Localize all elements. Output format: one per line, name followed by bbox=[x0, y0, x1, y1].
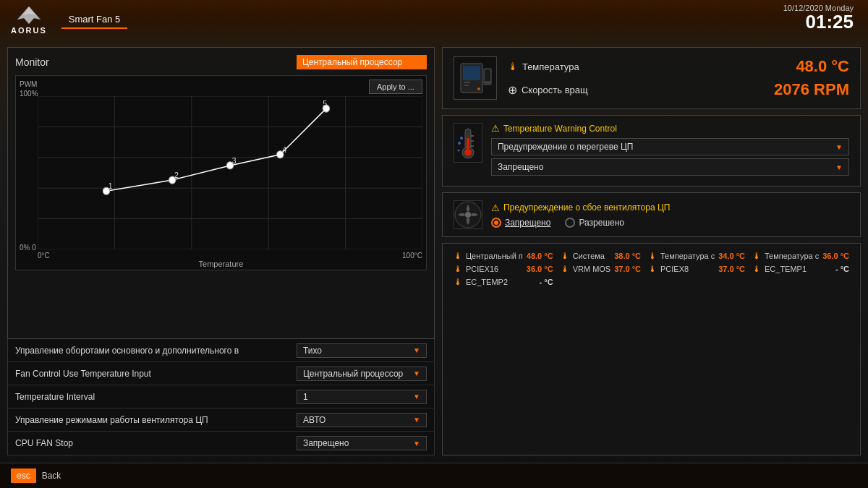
temp-value-5: 37.0 °C bbox=[614, 265, 641, 273]
logo-text: AORUS bbox=[11, 26, 47, 35]
fan-curve-chart[interactable]: PWM100% Apply to ... 0% 0 bbox=[15, 75, 427, 270]
temperature-warning-box: ⚠ Temperature Warning Control Предупрежд… bbox=[442, 115, 861, 187]
setting-value-0[interactable]: Тихо ▼ bbox=[297, 343, 427, 358]
temp-name-5: VRM MOS bbox=[573, 265, 611, 273]
datetime: 10/12/2020 Monday 01:25 bbox=[783, 4, 854, 31]
radio-unselected-icon bbox=[565, 218, 575, 228]
temperature-reading: 🌡 Температура 48.0 °C bbox=[508, 57, 849, 76]
fan-icon bbox=[454, 200, 482, 229]
settings-rows: Управление оборотами основного и дополни… bbox=[7, 339, 435, 455]
temp-item: 🌡 PCIEX8 37.0 °C bbox=[648, 264, 745, 274]
temp-flame-icon-0: 🌡 bbox=[454, 251, 462, 261]
temp-value-4: 36.0 °C bbox=[527, 265, 553, 273]
svg-rect-25 bbox=[463, 66, 480, 80]
temp-value-3: 36.0 °C bbox=[822, 252, 849, 260]
esc-button[interactable]: esc bbox=[11, 468, 36, 483]
temp-flame-icon-3: 🌡 bbox=[752, 251, 761, 261]
fan-warning-radio-option1[interactable]: Запрещено bbox=[491, 218, 550, 228]
svg-rect-26 bbox=[464, 82, 470, 83]
back-label: Back bbox=[42, 471, 61, 481]
setting-value-1[interactable]: Центральный процессор ▼ bbox=[297, 367, 427, 381]
left-panel: Monitor Центральный процессор ▼ PWM100% … bbox=[7, 47, 435, 455]
temperature-label: 🌡 Температура bbox=[508, 61, 579, 72]
chart-y-bottom-label: 0% 0 bbox=[20, 244, 36, 252]
warning-triangle-icon: ⚠ bbox=[491, 123, 500, 134]
dropdown-arrow-2-icon: ▼ bbox=[413, 393, 420, 401]
svg-point-41 bbox=[457, 149, 459, 151]
temp-name-2: Температура с bbox=[660, 252, 715, 260]
svg-point-40 bbox=[460, 137, 463, 140]
temp-flame-icon-6: 🌡 bbox=[648, 264, 657, 274]
thermometer-icon bbox=[454, 123, 482, 163]
header: AORUS Smart Fan 5 10/12/2020 Monday 01:2… bbox=[0, 0, 868, 40]
fan-warning-triangle-icon: ⚠ bbox=[491, 202, 500, 213]
svg-point-43 bbox=[465, 212, 471, 218]
setting-value-2[interactable]: 1 ▼ bbox=[297, 390, 427, 404]
temp-flame-icon-7: 🌡 bbox=[752, 264, 761, 274]
dropdown-arrow-4-icon: ▼ bbox=[413, 440, 420, 448]
setting-value-4[interactable]: Запрещено ▼ bbox=[297, 436, 427, 450]
temp-name-0: Центральный п bbox=[466, 252, 523, 260]
temp-warning-dropdown2-arrow-icon: ▼ bbox=[835, 163, 843, 171]
chart-x-end: 100°C bbox=[402, 252, 422, 260]
svg-text:5: 5 bbox=[323, 99, 327, 108]
temp-item: 🌡 PCIEX16 36.0 °C bbox=[454, 264, 553, 274]
temp-name-8: EC_TEMP2 bbox=[466, 278, 536, 286]
setting-label-1: Fan Control Use Temperature Input bbox=[15, 369, 297, 379]
chart-grid-area: 1 2 3 4 5 bbox=[38, 96, 422, 249]
svg-point-28 bbox=[477, 87, 480, 90]
monitor-dropdown-arrow-icon: ▼ bbox=[414, 59, 421, 67]
aorus-eagle-icon bbox=[15, 5, 43, 25]
temp-warning-dropdown2[interactable]: Запрещено ▼ bbox=[491, 158, 849, 176]
temperature-value: 48.0 °C bbox=[796, 57, 849, 76]
svg-text:1: 1 bbox=[109, 181, 113, 190]
chart-x-start: 0°C bbox=[38, 252, 50, 260]
temp-flame-icon-8: 🌡 bbox=[454, 277, 462, 287]
temp-item: 🌡 Система 38.0 °C bbox=[561, 251, 641, 261]
monitor-title: Monitor bbox=[15, 56, 49, 68]
temp-item: 🌡 Центральный п 48.0 °C bbox=[454, 251, 553, 261]
setting-row-3: Управление режимами работы вентилятора Ц… bbox=[8, 408, 434, 432]
temp-value-1: 38.0 °C bbox=[614, 252, 641, 260]
setting-value-3[interactable]: АВТО ▼ bbox=[297, 413, 427, 427]
flame-icon: 🌡 bbox=[508, 61, 518, 72]
pc-icon bbox=[454, 56, 497, 100]
temp-item: 🌡 Температура с 34.0 °C bbox=[648, 251, 745, 261]
svg-rect-30 bbox=[485, 69, 490, 81]
logo-area: AORUS bbox=[11, 5, 47, 35]
temp-value-0: 48.0 °C bbox=[527, 252, 553, 260]
fan-spin-icon: ⊕ bbox=[508, 83, 517, 97]
setting-row-1: Fan Control Use Temperature Input Центра… bbox=[8, 362, 434, 385]
temp-name-4: PCIEX16 bbox=[466, 265, 523, 273]
radio-selected-icon bbox=[491, 218, 501, 228]
setting-label-3: Управление режимами работы вентилятора Ц… bbox=[15, 415, 297, 425]
setting-label-2: Temperature Interval bbox=[15, 392, 297, 402]
fan-warning-title: ⚠ Предупреждение о сбое вентилятора ЦП bbox=[491, 202, 849, 213]
dropdown-arrow-3-icon: ▼ bbox=[413, 416, 420, 424]
apply-to-button[interactable]: Apply to ... bbox=[369, 80, 422, 94]
main-content: Monitor Центральный процессор ▼ PWM100% … bbox=[0, 40, 868, 463]
temperature-warning-title: ⚠ Temperature Warning Control bbox=[491, 123, 849, 134]
monitor-source-dropdown[interactable]: Центральный процессор ▼ bbox=[297, 55, 427, 69]
temp-value-7: - °C bbox=[835, 265, 849, 273]
monitor-box: Monitor Центральный процессор ▼ PWM100% … bbox=[7, 47, 435, 339]
status-readings: 🌡 Температура 48.0 °C ⊕ Скорость вращ 20… bbox=[508, 57, 849, 99]
setting-row-2: Temperature Interval 1 ▼ bbox=[8, 385, 434, 408]
svg-point-35 bbox=[464, 149, 472, 156]
svg-rect-31 bbox=[485, 82, 490, 83]
temp-name-1: Система bbox=[573, 252, 611, 260]
dropdown-arrow-0-icon: ▼ bbox=[413, 346, 420, 354]
temp-warning-dropdown1-arrow-icon: ▼ bbox=[835, 143, 843, 151]
monitor-header: Monitor Центральный процессор ▼ bbox=[15, 55, 427, 69]
temp-warning-dropdown1[interactable]: Предупреждение о перегреве ЦП ▼ bbox=[491, 138, 849, 155]
temp-value-8: - °C bbox=[540, 278, 553, 286]
fan-warning-radio-option2[interactable]: Разрешено bbox=[565, 218, 624, 228]
temp-grid-box: 🌡 Центральный п 48.0 °C 🌡 Система 38.0 °… bbox=[442, 243, 861, 455]
temp-flame-icon-4: 🌡 bbox=[454, 264, 462, 274]
temp-flame-icon-2: 🌡 bbox=[648, 251, 657, 261]
fan-curve-svg: 1 2 3 4 5 bbox=[38, 96, 422, 249]
footer: esc Back bbox=[0, 463, 868, 488]
fan-illustration-icon bbox=[454, 201, 482, 228]
tab-smartfan5[interactable]: Smart Fan 5 bbox=[61, 11, 128, 29]
temp-item: 🌡 Температура с 36.0 °C bbox=[752, 251, 849, 261]
